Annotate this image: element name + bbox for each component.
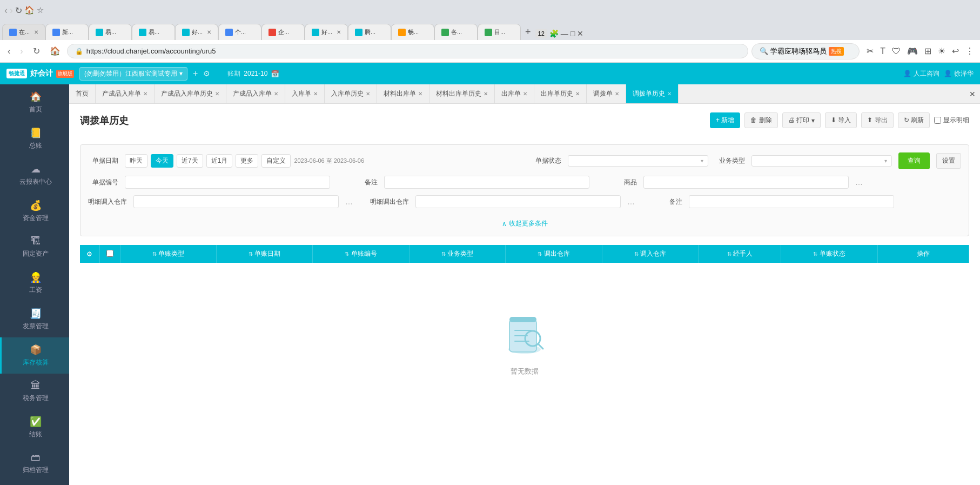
- remark2-input[interactable]: [689, 195, 894, 208]
- browser-tab-12[interactable]: 目...: [478, 24, 521, 40]
- browser-tab-2[interactable]: 新...: [45, 24, 89, 40]
- sidebar-item-settle[interactable]: ✅ 结账: [0, 409, 69, 446]
- browser-tab-5[interactable]: 好... ✕: [175, 24, 218, 40]
- browser-tab-4[interactable]: 易...: [132, 24, 175, 40]
- date-btn-yesterday[interactable]: 昨天: [125, 154, 147, 168]
- reload-icon[interactable]: ↻: [15, 5, 22, 16]
- date-btn-7days[interactable]: 近7天: [177, 154, 203, 168]
- shield-icon[interactable]: 🛡: [890, 45, 902, 58]
- settings-icon[interactable]: ⚙: [203, 69, 210, 78]
- th-in-warehouse[interactable]: ⇅ 调入仓库: [602, 245, 698, 263]
- import-button[interactable]: ⬇ 导入: [825, 112, 857, 128]
- remark-input[interactable]: [384, 176, 589, 189]
- page-tab-10-close[interactable]: ✕: [615, 91, 619, 97]
- tab-close-1[interactable]: ✕: [34, 29, 38, 35]
- page-tab-1-close[interactable]: ✕: [143, 91, 147, 97]
- page-tab-7-close[interactable]: ✕: [484, 91, 488, 97]
- browser-tab-3[interactable]: 易...: [89, 24, 132, 40]
- sidebar-item-invoice[interactable]: 🧾 发票管理: [0, 301, 69, 337]
- page-tab-2[interactable]: 产成品入库单历史 ✕: [155, 84, 226, 104]
- display-detail-input[interactable]: [934, 117, 941, 124]
- sidebar-item-archive[interactable]: 🗃 归档管理: [0, 446, 69, 481]
- search-area[interactable]: 🔍 学霸应聘场驱鸟员 热搜: [751, 43, 860, 59]
- star-icon[interactable]: ☆: [37, 5, 44, 15]
- sidebar-item-home[interactable]: 🏠 首页: [0, 84, 69, 121]
- new-button[interactable]: + 新增: [710, 112, 740, 128]
- back-button[interactable]: ‹: [4, 44, 14, 58]
- sidebar-item-settings[interactable]: ⚙ 基础设置: [0, 481, 69, 485]
- page-tab-10[interactable]: 调拨单 ✕: [587, 84, 626, 104]
- page-tab-2-close[interactable]: ✕: [215, 91, 219, 97]
- add-company-icon[interactable]: +: [193, 69, 198, 78]
- theme-icon[interactable]: ☀: [936, 44, 947, 58]
- user-profile-btn[interactable]: 👤 徐泽华: [944, 69, 974, 78]
- back-icon[interactable]: ‹: [4, 5, 8, 16]
- th-gear[interactable]: ⚙: [80, 245, 99, 263]
- tab-close-5[interactable]: ✕: [207, 29, 211, 35]
- page-tab-8-close[interactable]: ✕: [523, 91, 527, 97]
- page-tab-5-close[interactable]: ✕: [366, 91, 370, 97]
- sidebar-item-reports[interactable]: ☁ 云报表中心: [0, 157, 69, 193]
- sidebar-item-assets[interactable]: 🏗 固定资产: [0, 229, 69, 265]
- minimize-icon[interactable]: —: [561, 29, 568, 38]
- user-service-btn[interactable]: 👤 人工咨询: [903, 69, 939, 78]
- forward-icon[interactable]: ›: [10, 5, 13, 16]
- browser-tab-8[interactable]: 好... ✕: [305, 24, 348, 40]
- address-bar[interactable]: 🔒 https://cloud.chanjet.com/accounting/u…: [67, 44, 749, 58]
- menu-icon[interactable]: ⋮: [964, 44, 976, 58]
- export-button[interactable]: ⬆ 导出: [861, 112, 893, 128]
- delete-button[interactable]: 🗑 删除: [744, 112, 777, 128]
- sidebar-item-salary[interactable]: 👷 工资: [0, 265, 69, 301]
- new-tab-button[interactable]: +: [521, 26, 535, 38]
- th-checkbox[interactable]: [99, 245, 120, 263]
- browser-tab-11[interactable]: 各...: [434, 24, 478, 40]
- page-tab-4[interactable]: 入库单 ✕: [285, 84, 325, 104]
- detail-in-dots[interactable]: …: [345, 197, 353, 206]
- sidebar-item-ledger[interactable]: 📒 总账: [0, 121, 69, 157]
- th-doc-status[interactable]: ⇅ 单账状态: [781, 245, 877, 263]
- browser-tab-7[interactable]: 企...: [261, 24, 305, 40]
- th-doc-type[interactable]: ⇅ 单账类型: [120, 245, 216, 263]
- select-all-checkbox[interactable]: [106, 250, 113, 257]
- th-handler[interactable]: ⇅ 经手人: [699, 245, 781, 263]
- page-tab-6-close[interactable]: ✕: [418, 91, 422, 97]
- detail-out-input[interactable]: [415, 195, 621, 208]
- detail-in-input[interactable]: [133, 195, 339, 208]
- th-biz-type[interactable]: ⇅ 业务类型: [409, 245, 505, 263]
- sidebar-item-inventory[interactable]: 📦 库存核算: [0, 337, 69, 374]
- th-doc-date[interactable]: ⇅ 单账日期: [216, 245, 312, 263]
- page-tab-8[interactable]: 出库单 ✕: [495, 84, 534, 104]
- collapse-button[interactable]: ∧ 收起更多条件: [502, 219, 548, 228]
- tab-close-8[interactable]: ✕: [337, 29, 341, 35]
- refresh-button[interactable]: ↻ 刷新: [898, 112, 930, 128]
- browser-tab-10[interactable]: 畅...: [391, 24, 434, 40]
- th-out-warehouse[interactable]: ⇅ 调出仓库: [506, 245, 602, 263]
- page-tab-1[interactable]: 产成品入库单 ✕: [96, 84, 155, 104]
- biz-type-select[interactable]: ▾: [751, 155, 892, 167]
- maximize-icon[interactable]: □: [570, 29, 575, 38]
- scissors-icon[interactable]: ✂: [865, 44, 875, 58]
- page-tab-9-close[interactable]: ✕: [575, 91, 580, 97]
- page-tab-9[interactable]: 出库单历史 ✕: [534, 84, 587, 104]
- home-button[interactable]: 🏠: [46, 44, 64, 58]
- doc-no-input[interactable]: [125, 176, 330, 189]
- translate-icon[interactable]: T: [878, 45, 887, 58]
- sidebar-item-tax[interactable]: 🏛 税务管理: [0, 374, 69, 409]
- game-icon[interactable]: 🎮: [905, 44, 919, 58]
- reload-button[interactable]: ↻: [30, 44, 43, 58]
- browser-tab-6[interactable]: 个...: [218, 24, 261, 40]
- page-tab-5[interactable]: 入库单历史 ✕: [325, 84, 377, 104]
- query-button[interactable]: 查询: [898, 152, 930, 169]
- grid-icon[interactable]: ⊞: [923, 44, 933, 58]
- page-tab-4-close[interactable]: ✕: [313, 91, 318, 97]
- goods-dots[interactable]: …: [855, 178, 863, 187]
- page-tab-3[interactable]: 产成品入库单 ✕: [226, 84, 285, 104]
- goods-input[interactable]: [643, 176, 849, 189]
- date-btn-custom[interactable]: 自定义: [261, 154, 291, 168]
- calendar-icon[interactable]: 📅: [271, 70, 279, 78]
- status-select[interactable]: ▾: [568, 155, 708, 167]
- browser-tab-9[interactable]: 腾...: [348, 24, 391, 40]
- close-browser-icon[interactable]: ✕: [577, 29, 583, 38]
- browser-tab-1[interactable]: 在... ✕: [2, 24, 45, 40]
- extension-icon[interactable]: 🧩: [549, 29, 559, 38]
